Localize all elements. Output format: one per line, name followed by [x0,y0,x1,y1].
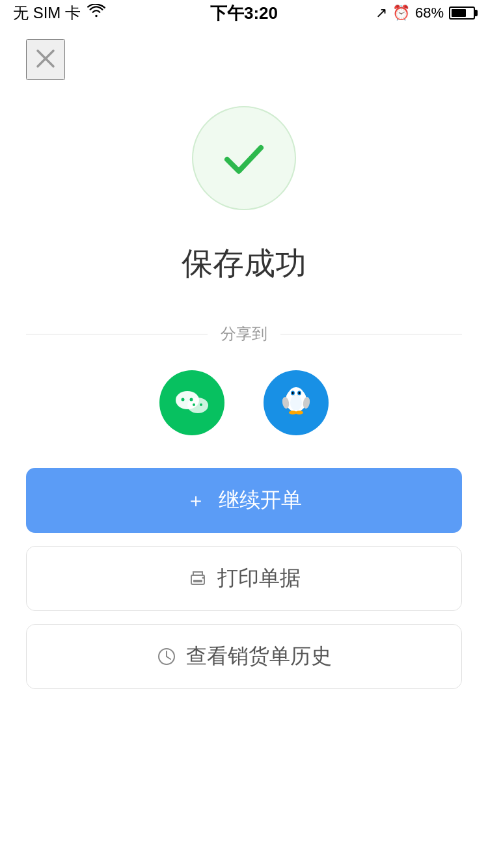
print-icon [187,568,208,589]
history-button[interactable]: 查看销货单历史 [26,624,462,689]
svg-point-13 [299,392,301,394]
svg-point-7 [200,403,202,406]
action-buttons: ＋ 继续开单 打印单据 [26,468,462,689]
share-icons [26,370,462,435]
continue-label: 继续开单 [219,486,302,515]
print-button[interactable]: 打印单据 [26,546,462,611]
print-label: 打印单据 [217,564,301,593]
share-divider: 分享到 [26,323,462,344]
svg-point-12 [292,392,294,394]
history-label: 查看销货单历史 [186,642,332,671]
alarm-icon: ⏰ [392,5,410,21]
status-bar: 无 SIM 卡 下午3:20 ↗ ⏰ 68% [0,0,488,26]
clock-icon [156,646,177,667]
wifi-icon [87,4,105,22]
location-icon: ↗ [375,5,387,21]
share-label: 分享到 [221,323,267,344]
battery-text: 68% [415,5,444,21]
continue-button[interactable]: ＋ 继续开单 [26,468,462,533]
svg-point-15 [295,411,303,414]
svg-point-18 [290,395,302,411]
status-right: ↗ ⏰ 68% [375,5,475,21]
svg-point-5 [190,398,193,401]
svg-point-21 [202,577,204,579]
battery-icon [449,7,475,20]
close-button[interactable] [26,39,65,80]
svg-rect-20 [193,580,202,582]
svg-line-24 [167,657,170,659]
status-left: 无 SIM 卡 [13,3,105,23]
success-title: 保存成功 [182,243,306,284]
carrier-text: 无 SIM 卡 [13,3,81,23]
main-content: 保存成功 分享到 [0,26,488,868]
svg-point-6 [193,403,195,406]
qq-share-button[interactable] [264,370,329,435]
svg-point-4 [182,398,185,401]
success-icon [192,106,296,210]
wechat-share-button[interactable] [159,370,224,435]
plus-icon: ＋ [186,487,206,514]
share-section: 分享到 [26,323,462,435]
status-time: 下午3:20 [210,2,278,25]
